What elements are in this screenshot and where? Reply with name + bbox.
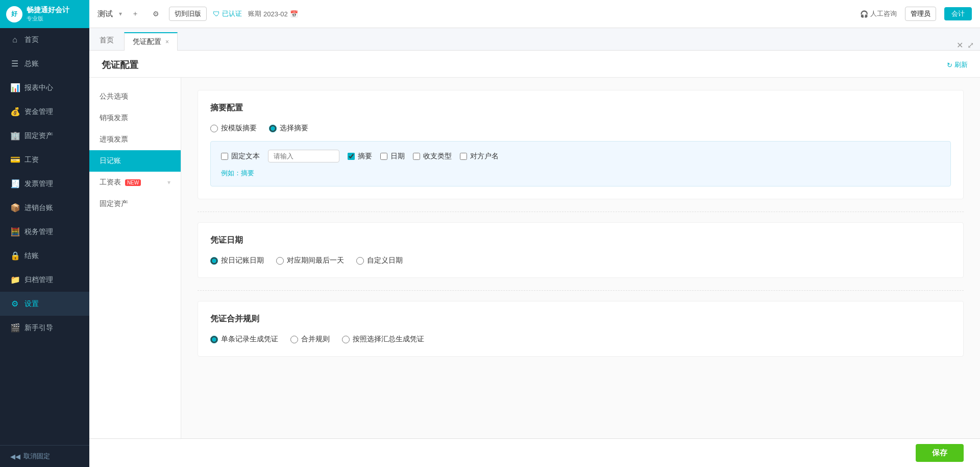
custom-date-option[interactable]: 自定义日期 [356, 256, 403, 265]
journal-date-radio[interactable] [210, 257, 218, 265]
sidebar-item-label: 设置 [24, 299, 39, 309]
company-name: 测试 [97, 9, 113, 19]
refresh-button[interactable]: ↻ 刷新 [947, 60, 968, 69]
summary-radio-group: 按模版摘要 选择摘要 [210, 124, 951, 133]
left-nav-item-payroll[interactable]: 工资表 NEW ▾ [89, 172, 181, 193]
tab-home[interactable]: 首页 [89, 31, 124, 50]
fixed-text-input[interactable] [268, 150, 339, 162]
sidebar-item-close[interactable]: 🔒 结账 [0, 244, 89, 268]
summary-template-option[interactable]: 按模版摘要 [210, 124, 257, 133]
merge-rule-radio[interactable] [290, 336, 298, 343]
divider-2 [198, 290, 964, 291]
summary-checkbox[interactable] [348, 153, 355, 160]
sidebar-item-purchase[interactable]: 📦 进销台账 [0, 196, 89, 220]
cancel-fixed-button[interactable]: ◀◀ 取消固定 [0, 445, 89, 467]
summary-section: 摘要配置 按模版摘要 选择摘要 [198, 90, 964, 199]
merge-radio-group: 单条记录生成凭证 合并规则 按照选择汇总生成凭证 [210, 335, 951, 344]
logo-text: 畅捷通好会计 专业版 [27, 6, 69, 22]
sidebar-item-salary[interactable]: 💳 工资 [0, 148, 89, 172]
user-button[interactable]: 管理员 [905, 7, 936, 21]
counterpart-option[interactable]: 对方户名 [460, 152, 499, 161]
sidebar-item-archive[interactable]: 📁 归档管理 [0, 268, 89, 292]
sidebar-item-label: 发票管理 [24, 179, 53, 189]
save-button[interactable]: 保存 [916, 444, 964, 462]
left-nav-item-purchase[interactable]: 进项发票 [89, 129, 181, 150]
sidebar-item-label: 新手引导 [24, 323, 53, 333]
report-icon: 📊 [10, 83, 19, 92]
journal-date-option[interactable]: 按日记账日期 [210, 256, 264, 265]
sidebar-item-report[interactable]: 📊 报表中心 [0, 76, 89, 100]
sidebar-item-invoice[interactable]: 🧾 发票管理 [0, 172, 89, 196]
topbar: 测试 ▾ ＋ ⚙ 切到旧版 🛡 已认证 账期 2023-02 📅 🎧 人工咨询 … [89, 0, 980, 28]
archive-icon: 📁 [10, 275, 19, 285]
selected-summary-option[interactable]: 按照选择汇总生成凭证 [342, 335, 424, 344]
left-nav-item-fixed[interactable]: 固定资产 [89, 193, 181, 215]
settings-button[interactable]: ⚙ [149, 7, 163, 21]
date-option[interactable]: 日期 [380, 152, 405, 161]
company-chevron-icon[interactable]: ▾ [119, 10, 122, 17]
custom-date-radio[interactable] [356, 257, 364, 265]
single-record-option[interactable]: 单条记录生成凭证 [210, 335, 278, 344]
selected-summary-radio[interactable] [342, 336, 350, 343]
single-record-radio[interactable] [210, 336, 218, 343]
period-last-option[interactable]: 对应期间最后一天 [276, 256, 344, 265]
summary-select-option[interactable]: 选择摘要 [269, 124, 308, 133]
tab-expand-button[interactable]: ⤢ [967, 40, 974, 50]
summary-template-radio[interactable] [210, 125, 218, 132]
sidebar: 好 畅捷通好会计 专业版 ⌂ 首页 ☰ 总账 📊 报表中心 💰 资金管理 🏢 固… [0, 0, 89, 467]
sidebar-item-label: 报表中心 [24, 83, 53, 92]
tab-close-button[interactable]: ✕ [957, 40, 963, 50]
right-content: 摘要配置 按模版摘要 选择摘要 [181, 78, 980, 438]
add-button[interactable]: ＋ [128, 7, 142, 21]
content-area: 凭证配置 ↻ 刷新 公共选项 销项发票 进项发票 日记账 [89, 51, 980, 467]
headset-icon: 🎧 [860, 10, 868, 18]
topbar-right: 🎧 人工咨询 管理员 会计 [860, 7, 972, 21]
capital-icon: 💰 [10, 107, 19, 116]
sidebar-item-capital[interactable]: 💰 资金管理 [0, 100, 89, 124]
sidebar-item-settings[interactable]: ⚙ 设置 [0, 292, 89, 316]
tabbar-actions: ✕ ⤢ [950, 40, 980, 50]
calendar-icon[interactable]: 📅 [290, 10, 298, 18]
switch-old-button[interactable]: 切到旧版 [169, 7, 207, 21]
home-icon: ⌂ [10, 35, 19, 44]
tab-close-icon[interactable]: × [165, 38, 169, 45]
date-title: 凭证日期 [210, 235, 951, 246]
tab-active[interactable]: 凭证配置 × [124, 32, 178, 51]
summary-config-row: 固定文本 摘要 日期 [221, 150, 940, 162]
summary-option[interactable]: 摘要 [348, 152, 372, 161]
sidebar-nav: ⌂ 首页 ☰ 总账 📊 报表中心 💰 资金管理 🏢 固定资产 💳 工资 🧾 发票… [0, 28, 89, 445]
period-last-radio[interactable] [276, 257, 284, 265]
role-button[interactable]: 会计 [944, 7, 972, 20]
sidebar-item-home[interactable]: ⌂ 首页 [0, 28, 89, 52]
salary-icon: 💳 [10, 155, 19, 165]
sidebar-item-tax[interactable]: 🧮 税务管理 [0, 220, 89, 244]
left-nav-item-journal[interactable]: 日记账 [89, 150, 181, 172]
date-radio-group: 按日记账日期 对应期间最后一天 自定义日期 [210, 256, 951, 265]
left-nav-item-sales[interactable]: 销项发票 [89, 107, 181, 129]
sidebar-item-assets[interactable]: 🏢 固定资产 [0, 124, 89, 148]
counterpart-checkbox[interactable] [460, 153, 467, 160]
income-option[interactable]: 收支类型 [413, 152, 452, 161]
fixed-text-checkbox[interactable] [221, 153, 228, 160]
sidebar-item-ledger[interactable]: ☰ 总账 [0, 52, 89, 76]
logo-icon: 好 [6, 6, 22, 22]
payroll-chevron-icon: ▾ [167, 179, 170, 186]
logo-title: 畅捷通好会计 [27, 6, 69, 15]
date-checkbox[interactable] [380, 153, 387, 160]
sidebar-item-label: 固定资产 [24, 131, 53, 141]
merge-rule-option[interactable]: 合并规则 [290, 335, 330, 344]
summary-config-box: 固定文本 摘要 日期 [210, 141, 951, 186]
service-button[interactable]: 🎧 人工咨询 [860, 9, 897, 18]
new-badge: NEW [125, 179, 141, 186]
income-checkbox[interactable] [413, 153, 420, 160]
summary-select-radio[interactable] [269, 125, 277, 132]
purchase-icon: 📦 [10, 203, 19, 213]
tax-icon: 🧮 [10, 227, 19, 237]
logo: 好 畅捷通好会计 专业版 [0, 0, 89, 28]
sidebar-item-guide[interactable]: 🎬 新手引导 [0, 316, 89, 340]
left-nav-item-public[interactable]: 公共选项 [89, 86, 181, 107]
sidebar-item-label: 税务管理 [24, 227, 53, 237]
fixed-text-option[interactable]: 固定文本 [221, 152, 260, 161]
divider-1 [198, 212, 964, 212]
sidebar-item-label: 工资 [24, 155, 39, 165]
